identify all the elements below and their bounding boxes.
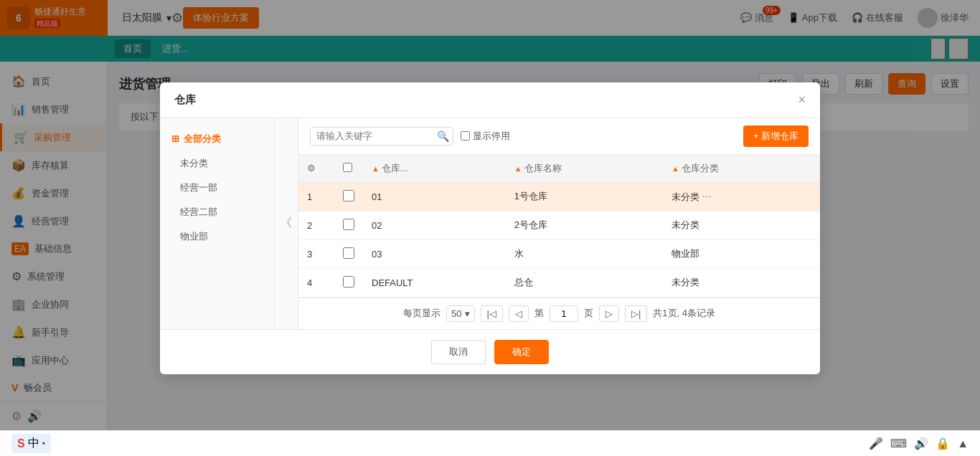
sidebar-collapse-button[interactable]: 《	[275, 118, 298, 329]
last-page-button[interactable]: ▷|	[625, 305, 647, 322]
cell-category: 未分类	[663, 268, 820, 297]
table-header-row: ⚙ ▲ 仓库...	[298, 155, 820, 183]
keyboard-icon[interactable]: ⌨	[890, 437, 907, 450]
sort-icon: ▲	[372, 164, 380, 173]
sound-icon[interactable]: 🔊	[914, 437, 928, 450]
bottom-dot-icon: •	[42, 439, 45, 449]
cell-num: 4	[298, 268, 334, 297]
th-name: ▲ 仓库名称	[506, 155, 663, 183]
cell-checkbox[interactable]	[334, 182, 363, 211]
cell-code: 02	[363, 211, 506, 239]
cell-checkbox[interactable]	[334, 239, 363, 268]
th-settings: ⚙	[298, 155, 334, 183]
th-code: ▲ 仓库...	[363, 155, 506, 183]
modal-overlay: 仓库 × ⊞ 全部分类 未分类 经营一部 经营二部 物业部 《	[0, 0, 980, 456]
show-disabled-label[interactable]: 显示停用	[461, 130, 510, 143]
next-page-button[interactable]: ▷	[599, 305, 619, 322]
cell-category: 物业部	[663, 239, 820, 268]
cancel-button[interactable]: 取消	[431, 340, 486, 364]
lock-icon[interactable]: 🔒	[936, 437, 950, 450]
warehouse-modal: 仓库 × ⊞ 全部分类 未分类 经营一部 经营二部 物业部 《	[160, 82, 820, 374]
all-category-label: 全部分类	[184, 133, 221, 146]
cell-name: 水	[506, 239, 663, 268]
mic-icon[interactable]: 🎤	[869, 437, 883, 450]
cell-num: 1	[298, 182, 334, 211]
show-disabled-checkbox[interactable]	[461, 131, 470, 141]
sort-icon-cat: ▲	[672, 164, 679, 173]
table-row[interactable]: 3 03 水 物业部	[298, 239, 820, 268]
modal-actions: 取消 确定	[160, 329, 820, 374]
bottom-left: S 中 •	[11, 434, 51, 453]
select-all-checkbox[interactable]	[343, 163, 352, 172]
sort-icon-name: ▲	[514, 164, 522, 173]
bottom-bar: S 中 • 🎤 ⌨ 🔊 🔒 ▲	[0, 430, 980, 456]
table-row[interactable]: 1 01 1号仓库 未分类 ···	[298, 182, 820, 211]
cell-code: 03	[363, 239, 506, 268]
per-page-value: 50	[451, 308, 461, 319]
page-label: 第	[534, 307, 544, 320]
pagination-bar: 每页显示 50 ▾ |◁ ◁ 第 页 ▷ ▷| 共1页, 4条记录	[298, 298, 820, 329]
chevron-icon: ▾	[465, 308, 470, 319]
category-item-ops2[interactable]: 经营二部	[160, 200, 274, 224]
settings-th-icon: ⚙	[307, 163, 316, 174]
all-category-item[interactable]: ⊞ 全部分类	[160, 127, 274, 151]
per-page-select[interactable]: 50 ▾	[446, 305, 474, 322]
warehouse-table: ⚙ ▲ 仓库...	[298, 155, 820, 298]
bottom-right: 🎤 ⌨ 🔊 🔒 ▲	[869, 437, 969, 450]
modal-toolbar: 🔍 显示停用 + 新增仓库	[298, 118, 820, 155]
modal-category-sidebar: ⊞ 全部分类 未分类 经营一部 经营二部 物业部	[160, 118, 275, 329]
cell-checkbox[interactable]	[334, 211, 363, 239]
cell-category: 未分类	[663, 211, 820, 239]
cell-category: 未分类 ···	[663, 182, 820, 211]
new-warehouse-button[interactable]: + 新增仓库	[743, 125, 809, 147]
search-input[interactable]	[316, 130, 437, 141]
cell-num: 3	[298, 239, 334, 268]
cell-name: 2号仓库	[506, 211, 663, 239]
cell-checkbox[interactable]	[334, 268, 363, 297]
grid-icon: ⊞	[171, 133, 179, 144]
cell-name: 总仓	[506, 268, 663, 297]
cell-code: 01	[363, 182, 506, 211]
cell-code: DEFAULT	[363, 268, 506, 297]
modal-header: 仓库 ×	[160, 82, 820, 118]
up-icon[interactable]: ▲	[957, 437, 969, 450]
category-item-unclassified[interactable]: 未分类	[160, 151, 274, 176]
warehouse-table-area: ⚙ ▲ 仓库...	[298, 155, 820, 298]
bottom-logo: S 中 •	[11, 434, 51, 453]
modal-body: ⊞ 全部分类 未分类 经营一部 经营二部 物业部 《 🔍	[160, 118, 820, 329]
search-box[interactable]: 🔍	[310, 127, 453, 146]
table-row[interactable]: 2 02 2号仓库 未分类	[298, 211, 820, 239]
th-category: ▲ 仓库分类	[663, 155, 820, 183]
row-action-button[interactable]: ···	[702, 190, 712, 203]
prev-page-button[interactable]: ◁	[509, 305, 529, 322]
th-checkbox	[334, 155, 363, 183]
bottom-logo-text: 中	[28, 436, 39, 451]
first-page-button[interactable]: |◁	[481, 305, 503, 322]
page-input[interactable]	[550, 305, 578, 322]
category-item-property[interactable]: 物业部	[160, 224, 274, 249]
cell-name: 1号仓库	[506, 182, 663, 211]
modal-title: 仓库	[174, 93, 196, 107]
modal-close-button[interactable]: ×	[798, 92, 806, 108]
page-unit: 页	[584, 307, 593, 320]
confirm-button[interactable]: 确定	[494, 340, 549, 364]
per-page-label: 每页显示	[403, 307, 440, 320]
total-info: 共1页, 4条记录	[653, 307, 715, 320]
cell-num: 2	[298, 211, 334, 239]
bottom-s-icon: S	[17, 437, 25, 450]
search-icon: 🔍	[437, 130, 449, 142]
modal-content-area: 🔍 显示停用 + 新增仓库 ⚙	[298, 118, 820, 329]
category-item-ops1[interactable]: 经营一部	[160, 176, 274, 200]
table-row[interactable]: 4 DEFAULT 总仓 未分类	[298, 268, 820, 297]
